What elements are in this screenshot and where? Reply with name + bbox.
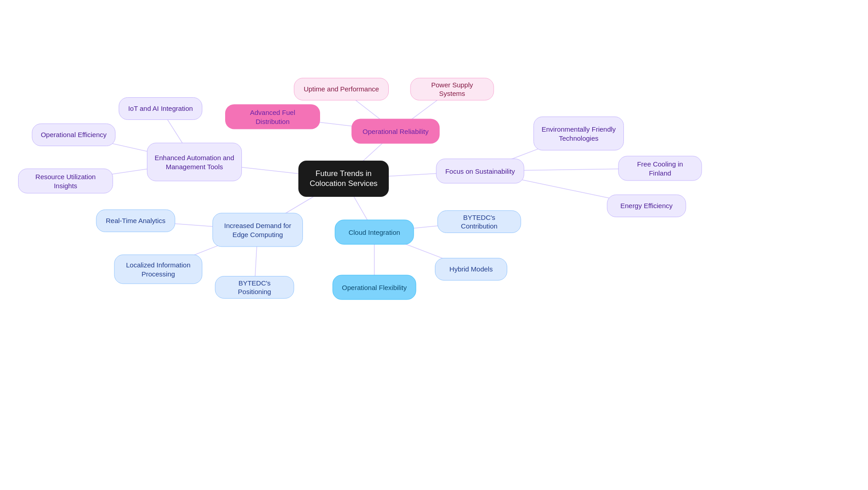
- node-operational_reliability: Operational Reliability: [352, 119, 440, 144]
- node-operational_efficiency: Operational Efficiency: [32, 124, 116, 146]
- node-cloud_integration: Cloud Integration: [335, 220, 414, 245]
- node-operational_flexibility: Operational Flexibility: [333, 275, 416, 300]
- node-bytedc_contribution: BYTEDC's Contribution: [438, 210, 521, 233]
- node-center: Future Trends in Colocation Services: [298, 161, 389, 197]
- node-bytedc_positioning: BYTEDC's Positioning: [215, 276, 294, 299]
- node-edge_computing: Increased Demand for Edge Computing: [212, 213, 303, 247]
- node-focus_sustainability: Focus on Sustainability: [436, 159, 524, 184]
- node-iot_ai: IoT and AI Integration: [119, 97, 203, 120]
- node-env_friendly: Environmentally Friendly Technologies: [533, 117, 624, 151]
- node-power_supply: Power Supply Systems: [410, 78, 494, 100]
- node-energy_efficiency: Energy Efficiency: [607, 195, 686, 217]
- node-real_time: Real-Time Analytics: [96, 209, 175, 232]
- node-advanced_fuel: Advanced Fuel Distribution: [225, 105, 320, 129]
- node-resource_utilization: Resource Utilization Insights: [18, 169, 113, 194]
- node-hybrid_models: Hybrid Models: [435, 258, 507, 281]
- mindmap-container: Future Trends in Colocation ServicesOper…: [0, 0, 868, 490]
- node-uptime_performance: Uptime and Performance: [294, 78, 389, 100]
- node-free_cooling: Free Cooling in Finland: [618, 156, 702, 181]
- node-localized: Localized Information Processing: [114, 255, 203, 284]
- connections-svg: [0, 0, 868, 490]
- node-enhanced_automation: Enhanced Automation and Management Tools: [147, 143, 242, 181]
